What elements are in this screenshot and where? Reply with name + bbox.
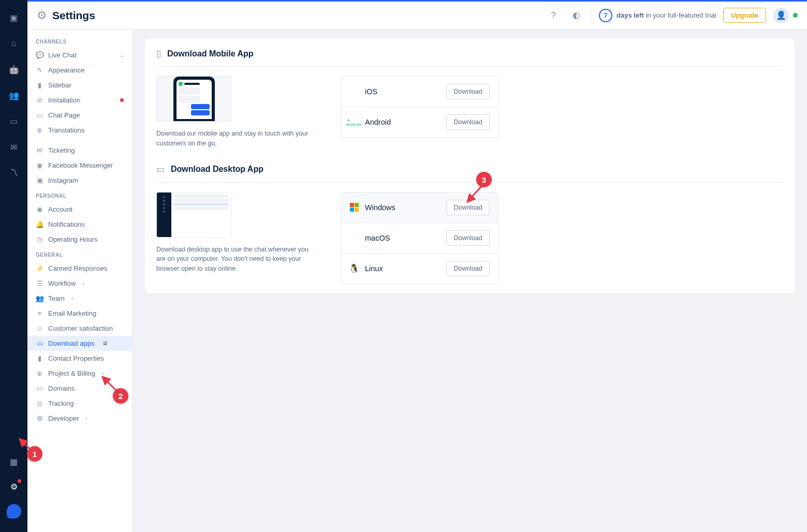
- trial-days-badge: 7: [599, 9, 612, 22]
- clock-icon: ◷: [36, 235, 43, 243]
- messenger-icon: ◉: [36, 161, 43, 169]
- section-channels: CHANNELS: [27, 34, 132, 48]
- windows-icon: [349, 203, 359, 212]
- android-icon: ▲android: [349, 117, 359, 127]
- target-icon: ◎: [36, 400, 43, 407]
- download-row-ios: iOS Download: [341, 77, 498, 107]
- refresh-icon[interactable]: ◐: [568, 8, 584, 23]
- sidebar-item-team[interactable]: 👥Team›: [27, 291, 132, 306]
- sidebar-item-label: Workflow: [48, 279, 76, 287]
- sidebar-item-label: Team: [48, 294, 65, 302]
- sidebar-item-label: Ticketing: [48, 146, 75, 154]
- chat-icon: 💬: [36, 51, 43, 59]
- sidebar-item-operating-hours[interactable]: ◷Operating Hours: [27, 232, 132, 247]
- trial-info: 7 days left in your full-featured trial: [599, 9, 716, 22]
- sidebar-item-workflow[interactable]: ☰Workflow›: [27, 276, 132, 291]
- sidebar-item-appearance[interactable]: ✎Appearance: [27, 63, 132, 78]
- sidebar-item-canned-responses[interactable]: ⚡Canned Responses: [27, 261, 132, 276]
- sidebar-item-label: Tracking: [48, 400, 74, 407]
- sidebar-item-download-apps[interactable]: ▭Download apps 🖥: [27, 336, 132, 351]
- chevron-down-icon: ⌄: [120, 52, 124, 58]
- nav-home-icon[interactable]: ⌂: [5, 34, 23, 53]
- sidebar-item-label: Installation: [48, 96, 80, 104]
- topbar: ⚙ Settings ? ◐ 7 days left in your full-…: [27, 0, 807, 29]
- sidebar-item-notifications[interactable]: 🔔Notifications: [27, 217, 132, 232]
- nav-mail-icon[interactable]: ✉: [5, 138, 23, 156]
- sidebar-item-developer[interactable]: ⚙Developer›: [27, 411, 132, 426]
- download-row-linux: 🐧 Linux Download: [341, 254, 498, 284]
- nav-bot-icon[interactable]: 🤖: [5, 60, 23, 79]
- content-area: ▯ Download Mobile App Download our mobil…: [133, 29, 807, 532]
- os-name: macOS: [365, 234, 390, 242]
- download-macos-button[interactable]: Download: [446, 230, 490, 246]
- annotation-badge-3: 3: [476, 172, 492, 187]
- sidebar-item-label: Developer: [48, 415, 79, 422]
- sidebar-item-label: Contact Properties: [48, 354, 104, 362]
- download-android-button[interactable]: Download: [446, 114, 490, 130]
- sidebar-item-contact-properties[interactable]: ▮Contact Properties: [27, 351, 132, 366]
- globe-icon: ⊕: [36, 126, 43, 134]
- gear-icon: ⚙: [37, 9, 47, 22]
- sidebar-item-label: Facebook Messenger: [48, 161, 113, 169]
- bell-icon: 🔔: [36, 220, 43, 228]
- help-icon[interactable]: ?: [546, 8, 561, 23]
- sidebar-item-email-marketing[interactable]: ≡Email Marketing: [27, 306, 132, 321]
- download-ios-button[interactable]: Download: [446, 84, 490, 99]
- chevron-right-icon: ›: [82, 280, 84, 286]
- sidebar-item-label: Live Chat: [48, 51, 77, 59]
- os-name: Windows: [365, 203, 395, 212]
- mobile-preview-image: [156, 76, 231, 122]
- annotation-badge-1: 1: [27, 446, 42, 462]
- sidebar-item-label: Customer satisfaction: [48, 324, 113, 332]
- chevron-right-icon: ›: [71, 295, 73, 301]
- annotation-badge-2: 2: [113, 388, 128, 404]
- bolt-icon: ⚡: [36, 264, 43, 272]
- nav-brand-icon[interactable]: [5, 502, 23, 521]
- phone-icon: ▯: [156, 48, 161, 59]
- instagram-icon: ▣: [36, 176, 43, 184]
- nav-inbox-icon[interactable]: ▣: [5, 8, 23, 27]
- sidebar-item-customer-satisfaction[interactable]: ☺Customer satisfaction: [27, 321, 132, 336]
- laptop-icon: ▭: [36, 111, 43, 119]
- sidebar-item-installation[interactable]: ⊘Installation: [27, 93, 132, 108]
- sidebar-item-label: Notifications: [48, 220, 85, 228]
- sidebar-item-translations[interactable]: ⊕Translations: [27, 123, 132, 138]
- mobile-section-desc: Download our mobile app and stay in touc…: [156, 129, 317, 149]
- sidebar-item-label: Domains: [48, 385, 75, 392]
- sidebar-item-label: Translations: [48, 126, 84, 134]
- section-personal: PERSONAL: [27, 188, 132, 202]
- notification-dot-icon: [120, 98, 124, 102]
- settings-sidebar: CHANNELS 💬Live Chat⌄ ✎Appearance ▮Sideba…: [27, 29, 133, 532]
- sidebar-item-label: Operating Hours: [48, 235, 97, 243]
- globe-icon: ⊕: [36, 370, 43, 377]
- os-name: iOS: [365, 87, 377, 96]
- page-title: Settings: [52, 9, 95, 22]
- folder-icon: ▮: [36, 354, 43, 362]
- sidebar-item-ticketing[interactable]: ✉Ticketing: [27, 143, 132, 158]
- apple-icon: [349, 233, 359, 243]
- nav-analytics-icon[interactable]: 〽: [5, 164, 23, 182]
- linux-icon: 🐧: [349, 264, 359, 273]
- annotation-arrow-3: [463, 184, 487, 209]
- mail-icon: ✉: [36, 146, 43, 154]
- download-linux-button[interactable]: Download: [446, 261, 490, 276]
- sidebar-item-sidebar[interactable]: ▮Sidebar: [27, 78, 132, 93]
- list-icon: ☰: [36, 279, 43, 287]
- os-name: Linux: [365, 264, 383, 273]
- nav-contacts-icon[interactable]: ▭: [5, 112, 23, 130]
- desktop-section-title: Download Desktop App: [171, 165, 263, 174]
- sidebar-item-instagram[interactable]: ▣Instagram: [27, 173, 132, 188]
- sidebar-item-chat-page[interactable]: ▭Chat Page: [27, 108, 132, 123]
- avatar[interactable]: 👤: [773, 8, 789, 23]
- laptop-icon: ▭: [156, 164, 165, 175]
- sidebar-item-live-chat[interactable]: 💬Live Chat⌄: [27, 48, 132, 63]
- person-icon: ◉: [36, 205, 43, 213]
- sidebar-item-account[interactable]: ◉Account: [27, 202, 132, 217]
- sidebar-item-fb-messenger[interactable]: ◉Facebook Messenger: [27, 158, 132, 173]
- nav-people-icon[interactable]: 👥: [5, 86, 23, 105]
- sidebar-item-label: Instagram: [48, 176, 78, 184]
- platform-icons: 🖥: [102, 341, 108, 346]
- nav-settings-icon[interactable]: ⚙: [5, 477, 23, 496]
- upgrade-button[interactable]: Upgrade: [723, 8, 766, 23]
- people-icon: 👥: [36, 294, 43, 302]
